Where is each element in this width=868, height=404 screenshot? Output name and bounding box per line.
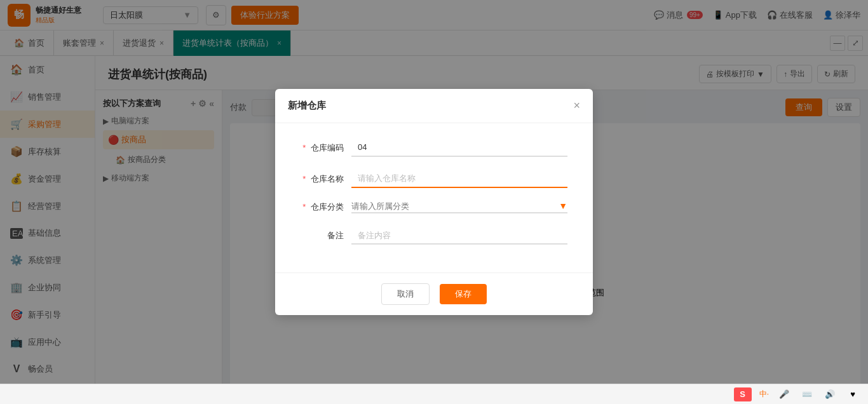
category-required: * <box>302 202 306 212</box>
category-input[interactable] <box>351 201 559 211</box>
modal-close-button[interactable]: × <box>573 99 580 112</box>
modal-body: * 仓库编码 * 仓库名称 * 仓库分类 <box>275 123 593 273</box>
form-row-category: * 仓库分类 ▼ <box>301 201 567 213</box>
heart-icon[interactable]: ♥ <box>845 387 860 402</box>
save-button[interactable]: 保存 <box>440 284 487 304</box>
code-input[interactable] <box>351 138 567 157</box>
status-bar: S 中· 🎤 ⌨️ 🔊 ♥ <box>0 384 868 404</box>
volume-icon[interactable]: 🔊 <box>822 387 837 402</box>
warehouse-modal: 新增仓库 × * 仓库编码 * 仓库名称 <box>275 89 593 315</box>
category-select-wrap[interactable]: ▼ <box>351 201 567 213</box>
cancel-button[interactable]: 取消 <box>381 283 430 305</box>
form-row-note: 备注 <box>301 226 567 245</box>
modal-overlay: 新增仓库 × * 仓库编码 * 仓库名称 <box>0 0 868 404</box>
note-label: 备注 <box>301 230 351 241</box>
s-logo[interactable]: S <box>734 387 752 401</box>
name-input[interactable] <box>351 170 567 188</box>
name-label: * 仓库名称 <box>301 173 351 185</box>
mic-icon[interactable]: 🎤 <box>776 387 792 402</box>
modal-header: 新增仓库 × <box>275 89 593 123</box>
modal-title: 新增仓库 <box>288 100 326 112</box>
form-row-code: * 仓库编码 <box>301 138 567 157</box>
zh-label[interactable]: 中· <box>759 389 769 400</box>
category-dropdown-icon: ▼ <box>559 201 567 211</box>
code-label: * 仓库编码 <box>301 142 351 154</box>
category-label: * 仓库分类 <box>301 201 351 213</box>
name-required: * <box>302 174 306 184</box>
form-row-name: * 仓库名称 <box>301 170 567 188</box>
code-required: * <box>302 143 306 152</box>
note-textarea[interactable] <box>351 226 567 245</box>
modal-footer: 取消 保存 <box>275 273 593 315</box>
keyboard-icon[interactable]: ⌨️ <box>799 387 815 402</box>
